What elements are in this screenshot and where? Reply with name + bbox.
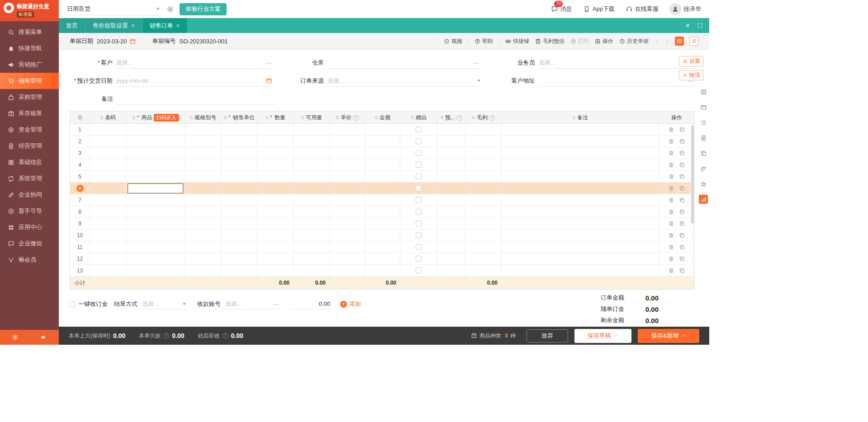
cell-price[interactable] <box>330 218 365 229</box>
cell-pre[interactable] <box>437 171 465 182</box>
sidebar-item-14[interactable]: 畅会员 <box>0 252 59 268</box>
cell-barcode[interactable] <box>90 183 126 194</box>
cell-profit[interactable] <box>465 241 502 253</box>
column-header-amount[interactable]: ⇅金额 <box>365 112 400 123</box>
cell-profit[interactable] <box>465 265 502 276</box>
delete-row-icon[interactable] <box>668 220 674 227</box>
delete-row-icon[interactable] <box>668 197 674 203</box>
cell-profit[interactable] <box>465 253 502 264</box>
column-header-gift[interactable]: ⇅赠品 <box>400 112 437 123</box>
scrollbar-thumb[interactable] <box>691 125 694 224</box>
delete-row-icon[interactable] <box>668 162 674 168</box>
cell-spec[interactable] <box>185 253 221 264</box>
cell-note[interactable] <box>502 253 659 264</box>
cell-spec[interactable] <box>185 124 221 135</box>
sort-icon[interactable]: ⇅ <box>265 115 269 120</box>
info-icon[interactable]: ? <box>223 333 228 339</box>
more-icon[interactable]: ⋯ <box>473 59 480 66</box>
settings-button[interactable]: 设置 <box>679 56 704 66</box>
cell-note[interactable] <box>502 147 659 159</box>
copy-row-icon[interactable] <box>679 244 685 250</box>
cell-price[interactable] <box>330 265 365 276</box>
copy-row-icon[interactable] <box>679 185 685 192</box>
cell-profit[interactable] <box>465 136 502 147</box>
cell-gift[interactable] <box>400 218 437 229</box>
cell-pre[interactable] <box>437 218 465 229</box>
cell-amount[interactable] <box>365 241 400 253</box>
customer-field[interactable]: 选择... ⋯ <box>116 57 273 69</box>
info-icon[interactable]: ? <box>456 115 462 121</box>
rail-clip-icon[interactable] <box>699 164 708 173</box>
cell-unit[interactable] <box>221 253 257 264</box>
warehouse-field[interactable]: ⋯ <box>327 57 480 69</box>
rail-list-icon[interactable] <box>699 118 708 127</box>
sidebar-item-5[interactable]: 库存核算 <box>0 105 59 122</box>
cell-available[interactable] <box>294 265 330 276</box>
order-source-select[interactable]: 选择... ▾ <box>327 75 480 87</box>
user-menu[interactable]: 徐泽华 <box>669 3 701 15</box>
cell-amount[interactable] <box>365 124 400 135</box>
cell-amount[interactable] <box>365 218 400 229</box>
gift-checkbox[interactable] <box>416 267 422 273</box>
cell-unit[interactable] <box>221 206 257 217</box>
cell-amount[interactable] <box>365 171 400 182</box>
cell-product[interactable] <box>126 136 185 147</box>
cell-note[interactable] <box>502 183 659 194</box>
cell-qty[interactable] <box>257 124 294 135</box>
cell-qty[interactable] <box>257 230 294 241</box>
cell-note[interactable] <box>502 136 659 147</box>
remark-field[interactable] <box>117 93 275 105</box>
info-icon[interactable]: ? <box>489 115 495 121</box>
toolbar-action-6[interactable]: 历史单据 <box>619 38 649 45</box>
cell-amount[interactable] <box>365 183 400 194</box>
cell-qty[interactable] <box>257 136 294 147</box>
delete-row-icon[interactable] <box>668 244 674 250</box>
scrollbar[interactable] <box>691 124 694 276</box>
delivery-date-field[interactable]: yyyy-mm-dd <box>116 75 273 87</box>
sidebar-item-11[interactable]: 新手引导 <box>0 203 59 219</box>
cell-barcode[interactable] <box>90 124 126 135</box>
cell-amount[interactable] <box>365 159 400 170</box>
save-new-button[interactable]: 保存&新增 <box>638 329 699 343</box>
cell-barcode[interactable] <box>90 147 126 159</box>
cell-qty[interactable] <box>257 218 294 229</box>
column-header-barcode[interactable]: ⇅条码 <box>90 112 126 123</box>
add-payment-button[interactable]: + 添加 <box>340 300 361 308</box>
cell-available[interactable] <box>294 230 330 241</box>
cell-gift[interactable] <box>400 136 437 147</box>
cell-unit[interactable] <box>221 194 257 206</box>
gift-checkbox[interactable] <box>416 150 422 156</box>
cell-spec[interactable] <box>185 183 221 194</box>
rail-star-icon[interactable] <box>699 179 708 188</box>
info-icon[interactable]: ? <box>353 115 359 121</box>
cell-spec[interactable] <box>185 136 221 147</box>
cell-available[interactable] <box>294 206 330 217</box>
delete-row-icon[interactable] <box>668 209 674 215</box>
gift-checkbox[interactable] <box>416 220 422 226</box>
cell-qty[interactable] <box>257 194 294 206</box>
sort-icon[interactable]: ⇅ <box>336 115 339 120</box>
sidebar-item-2[interactable]: 营销推广 <box>0 56 59 73</box>
cell-pre[interactable] <box>437 159 465 170</box>
cell-qty[interactable] <box>257 206 294 217</box>
add-row-icon[interactable]: + <box>76 185 84 192</box>
cell-available[interactable] <box>294 159 330 170</box>
copy-row-icon[interactable] <box>679 232 685 239</box>
copy-row-icon[interactable] <box>679 138 685 145</box>
sidebar-settings-icon[interactable] <box>12 334 19 341</box>
more-icon[interactable]: ⋯ <box>266 59 272 66</box>
cell-available[interactable] <box>294 136 330 147</box>
cell-gift[interactable] <box>400 171 437 182</box>
cell-price[interactable] <box>330 241 365 253</box>
cell-amount[interactable] <box>365 230 400 241</box>
cell-product[interactable] <box>126 171 185 182</box>
cell-profit[interactable] <box>465 194 502 206</box>
cell-unit[interactable] <box>221 147 257 159</box>
info-icon[interactable]: ? <box>163 333 169 339</box>
cell-gift[interactable] <box>400 124 437 135</box>
cell-barcode[interactable] <box>90 194 126 206</box>
delete-row-icon[interactable] <box>668 185 674 192</box>
cell-spec[interactable] <box>185 194 221 206</box>
column-header-price[interactable]: ⇅单价? <box>330 112 365 123</box>
sort-icon[interactable]: ⇅ <box>190 115 193 120</box>
